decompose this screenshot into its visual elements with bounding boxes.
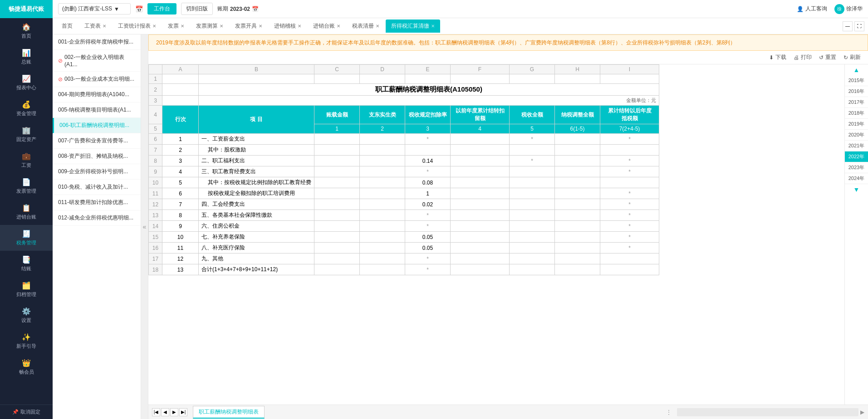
panel-collapse-button[interactable]: « — [141, 34, 148, 419]
year-2018[interactable]: 2018年 — [845, 108, 868, 119]
scroll-right-icon[interactable]: ▶ — [860, 409, 864, 415]
col-num-7: 7(2+4-5) — [600, 124, 659, 134]
doc-item-006[interactable]: 006-职工薪酬纳税调整明细... — [53, 118, 141, 133]
tab-purchase-check[interactable]: 进销稽核 ✕ — [269, 19, 307, 33]
year-2022[interactable]: 2022年 — [845, 151, 868, 162]
year-2017[interactable]: 2017年 — [845, 97, 868, 108]
doc-item-002[interactable]: ⊘ 002-一般企业收入明细表(A1... — [53, 50, 141, 72]
sheet-nav-prev-button[interactable]: ◀ — [161, 408, 169, 416]
tab-close-icon[interactable]: ✕ — [337, 24, 340, 29]
tab-label: 进销台账 — [313, 22, 335, 30]
user-menu[interactable]: 徐 徐泽华 — [834, 4, 863, 14]
tab-expand-button[interactable]: ⛶ — [854, 21, 864, 31]
warning-banner: 2019年度涉及取以前年度结转数据的申报表单元格需要手工操作正确，才能保证本年及… — [148, 34, 868, 51]
reset-button[interactable]: ↺ 重置 — [819, 54, 836, 61]
sheet-toolbar: ⬇ 下载 🖨 打印 ↺ 重置 ↻ 刷新 — [148, 51, 868, 64]
sheet-nav-first-button[interactable]: |◀ — [152, 408, 160, 416]
calendar-period-icon[interactable]: 📅 — [252, 6, 259, 12]
support-button[interactable]: 👤 人工客询 — [797, 5, 827, 13]
doc-item-004[interactable]: 004-期间费用明细表(A1040... — [53, 87, 141, 102]
table-row: 10 5 其中：按税收规定比例扣除的职工教育经费 0.08 — [149, 177, 659, 188]
refresh-button[interactable]: ↻ 刷新 — [843, 54, 861, 61]
print-button[interactable]: 🖨 打印 — [794, 54, 812, 61]
tab-tax-list[interactable]: 税表清册 ✕ — [347, 19, 385, 33]
sidebar-item-salary[interactable]: 💼 工资 — [0, 147, 53, 173]
tab-controls: — ⛶ — [843, 21, 864, 31]
tab-salary-report[interactable]: 工资统计报表 ✕ — [113, 19, 162, 33]
table-row: 1 — [149, 74, 659, 84]
tab-close-icon[interactable]: ✕ — [181, 24, 184, 29]
tab-close-icon[interactable]: ✕ — [431, 24, 435, 29]
tab-invoice-open[interactable]: 发票开具 ✕ — [230, 19, 268, 33]
tab-minimize-button[interactable]: — — [843, 21, 853, 31]
doc-item-005[interactable]: 005-纳税调整项目明细表(A1... — [53, 102, 141, 118]
year-2019[interactable]: 2019年 — [845, 119, 868, 130]
close-icon: 📑 — [22, 255, 31, 264]
sidebar-item-fund[interactable]: 💰 资金管理 — [0, 96, 53, 122]
year-2015[interactable]: 2015年 — [845, 75, 868, 86]
doc-item-009[interactable]: 009-企业所得税弥补亏损明... — [53, 164, 141, 180]
sidebar-item-report[interactable]: 📈 报表中心 — [0, 70, 53, 96]
tab-tax-settle[interactable]: 所得税汇算清缴 ✕ — [386, 19, 440, 33]
doc-item-003[interactable]: ⊘ 003-一般企业成本支出明细... — [53, 72, 141, 87]
doc-item-007[interactable]: 007-广告费和业务宣传费等... — [53, 133, 141, 149]
sheet-tab-main[interactable]: 职工薪酬纳税调整明细表 — [193, 406, 265, 419]
sidebar-item-invoice[interactable]: 📄 发票管理 — [0, 173, 53, 199]
sidebar-item-label: 资金管理 — [16, 110, 36, 117]
year-2020[interactable]: 2020年 — [845, 130, 868, 141]
col-F: F — [451, 65, 510, 74]
sidebar-item-close[interactable]: 📑 结账 — [0, 251, 53, 277]
doc-item-008[interactable]: 008-资产折旧、摊销及纳税... — [53, 149, 141, 164]
tab-label: 发票开具 — [235, 22, 257, 30]
doc-item-001[interactable]: 001-企业所得税年度纳税申报... — [53, 34, 141, 50]
sidebar-item-asset[interactable]: 🏢 固定资产 — [0, 122, 53, 147]
table-row: 2 职工薪酬纳税调整明细表(A105050) — [149, 84, 659, 96]
sidebar-item-guide[interactable]: ✨ 新手引导 — [0, 328, 53, 354]
download-button[interactable]: ⬇ 下载 — [769, 54, 786, 61]
year-2021[interactable]: 2021年 — [845, 141, 868, 151]
year-nav-up-button[interactable]: ▲ — [852, 64, 862, 75]
sidebar-item-settings[interactable]: ⚙️ 设置 — [0, 302, 53, 328]
archive-icon: 🗂️ — [22, 281, 31, 290]
tab-label: 发票测算 — [196, 22, 218, 30]
tab-close-icon[interactable]: ✕ — [298, 24, 301, 29]
header-item: 项 目 — [199, 106, 314, 134]
tab-close-icon[interactable]: ✕ — [376, 24, 379, 29]
sidebar-item-archive[interactable]: 🗂️ 归档管理 — [0, 277, 53, 302]
year-nav-down-button[interactable]: ▼ — [852, 184, 862, 195]
cancel-fixed-button[interactable]: 📌 取消固定 — [0, 405, 53, 419]
tab-invoice[interactable]: 发票 ✕ — [162, 19, 190, 33]
switch-old-button[interactable]: 切到旧版 — [181, 3, 213, 15]
sidebar-item-member[interactable]: 👑 畅会员 — [0, 354, 53, 380]
workbench-button[interactable]: 工作台 — [147, 3, 177, 15]
tab-close-icon[interactable]: ✕ — [103, 24, 106, 29]
tab-invoice-calc[interactable]: 发票测算 ✕ — [191, 19, 229, 33]
tab-home[interactable]: 首页 — [56, 19, 78, 33]
year-2023[interactable]: 2023年 — [845, 162, 868, 173]
year-2024[interactable]: 2024年 — [845, 173, 868, 184]
col-D: D — [360, 65, 405, 74]
sheet-options-icon[interactable]: ⋮ — [666, 409, 672, 415]
doc-label: 004-期间费用明细表(A1040... — [58, 91, 129, 98]
horizontal-scrollbar[interactable] — [677, 408, 858, 416]
tab-close-icon[interactable]: ✕ — [152, 24, 156, 29]
sheet-nav-last-button[interactable]: ▶| — [179, 408, 187, 416]
doc-item-012[interactable]: 012-减免企业所得税优惠明细... — [53, 210, 141, 226]
header-future-carry: 累计结转以后年度抵税额 — [600, 106, 659, 124]
tab-purchase-ledger[interactable]: 进销台账 ✕ — [308, 19, 346, 33]
doc-item-010[interactable]: 010-免税、减计收入及加计... — [53, 180, 141, 195]
sheet-nav-next-button[interactable]: ▶ — [170, 408, 178, 416]
tab-close-icon[interactable]: ✕ — [259, 24, 262, 29]
company-selector[interactable]: (勿删) 江西睿宝-LSS ▼ — [58, 3, 131, 15]
sidebar-item-home[interactable]: 🏠 首页 — [0, 18, 53, 44]
asset-icon: 🏢 — [22, 126, 31, 135]
year-2016[interactable]: 2016年 — [845, 86, 868, 97]
sidebar-item-purchase[interactable]: 📋 进销台账 — [0, 199, 53, 225]
home-icon: 🏠 — [22, 23, 31, 31]
spreadsheet-wrapper[interactable]: A B C D E F G H I — [148, 64, 844, 404]
sidebar-item-tax[interactable]: 🧾 税务管理 — [0, 225, 53, 251]
tab-salary[interactable]: 工资表 ✕ — [79, 19, 112, 33]
sidebar-item-ledger[interactable]: 📊 总账 — [0, 44, 53, 70]
tab-close-icon[interactable]: ✕ — [220, 24, 223, 29]
doc-item-011[interactable]: 011-研发费用加计扣除优惠... — [53, 195, 141, 210]
